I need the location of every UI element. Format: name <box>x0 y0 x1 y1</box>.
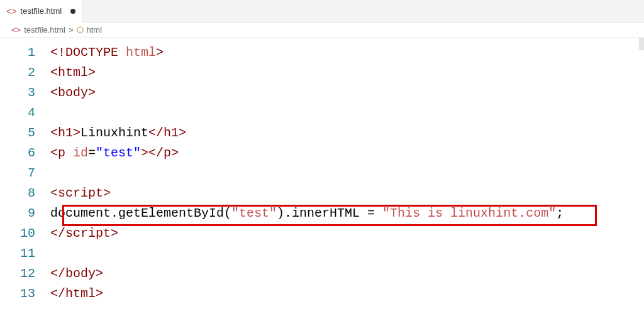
line-number: 4 <box>0 103 35 123</box>
code-line[interactable]: </script> <box>50 224 644 244</box>
code-line[interactable]: <h1>Linuxhint</h1> <box>50 123 644 143</box>
code-line[interactable]: </html> <box>50 284 644 304</box>
chevron-right-icon: > <box>69 25 74 35</box>
line-number: 3 <box>0 83 35 103</box>
line-number: 12 <box>0 264 35 284</box>
line-number: 8 <box>0 183 35 203</box>
code-editor[interactable]: 12345678910111213 <!DOCTYPE html><html><… <box>0 38 644 336</box>
line-number: 6 <box>0 143 35 163</box>
line-number: 7 <box>0 163 35 183</box>
breadcrumb: <> testfile.html > ⬡ html <box>0 23 644 38</box>
code-line[interactable] <box>50 103 644 123</box>
line-number: 5 <box>0 123 35 143</box>
code-file-icon: <> <box>6 6 16 16</box>
code-line[interactable]: <script> <box>50 183 644 203</box>
line-number: 9 <box>0 203 35 224</box>
tab-label: testfile.html <box>20 6 62 16</box>
minimap[interactable] <box>639 38 644 50</box>
code-line[interactable]: <html> <box>50 63 644 83</box>
code-line[interactable]: <!DOCTYPE html> <box>50 43 644 63</box>
code-content[interactable]: <!DOCTYPE html><html><body><h1>Linuxhint… <box>50 38 644 336</box>
breadcrumb-file[interactable]: testfile.html <box>24 25 65 35</box>
file-tab[interactable]: <> testfile.html <box>0 0 82 23</box>
tab-bar: <> testfile.html <box>0 0 644 23</box>
line-number-gutter: 12345678910111213 <box>0 38 50 336</box>
line-number: 10 <box>0 224 35 244</box>
line-number: 13 <box>0 284 35 304</box>
breadcrumb-symbol[interactable]: html <box>87 25 103 35</box>
code-line[interactable]: </body> <box>50 264 644 284</box>
modified-indicator-icon <box>70 9 75 14</box>
line-number: 11 <box>0 244 35 264</box>
line-number: 2 <box>0 63 35 83</box>
code-line[interactable]: <body> <box>50 83 644 103</box>
line-number: 1 <box>0 43 35 63</box>
code-line[interactable] <box>50 244 644 264</box>
code-line[interactable] <box>50 163 644 183</box>
code-line[interactable]: document.getElementById("test").innerHTM… <box>50 203 644 224</box>
symbol-icon: ⬡ <box>77 25 84 35</box>
code-file-icon: <> <box>11 25 21 35</box>
code-line[interactable]: <p id="test"></p> <box>50 143 644 163</box>
